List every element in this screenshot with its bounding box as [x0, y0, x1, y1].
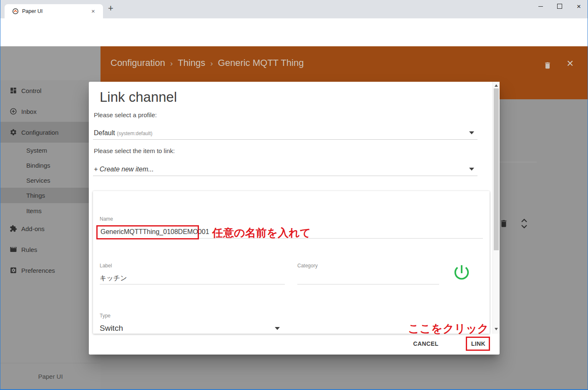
item-dropdown-arrow-icon[interactable] — [469, 168, 474, 171]
category-field-underline — [297, 284, 439, 284]
profile-select-detail: (system:default) — [117, 131, 152, 136]
tab-close-icon[interactable]: × — [91, 8, 95, 15]
item-prompt: Please select the item to link: — [94, 147, 175, 154]
type-select-value[interactable]: Switch — [100, 324, 123, 333]
header-close-icon[interactable]: × — [567, 58, 573, 69]
sidebar-label: Configuration — [21, 129, 58, 136]
power-icon — [452, 263, 471, 282]
sidebar: Control Inbox Configuration System Bindi… — [0, 80, 101, 389]
sidebar-label: Items — [26, 207, 42, 214]
item-select-underline — [93, 176, 477, 176]
tab-title: Paper UI — [22, 8, 43, 14]
sidebar-item-things[interactable]: Things — [0, 188, 101, 203]
link-channel-dialog: Link channel Please select a profile: De… — [89, 82, 500, 355]
label-field-underline — [100, 284, 285, 284]
sidebar-item-system[interactable]: System — [0, 143, 101, 158]
category-field-label: Category — [297, 263, 318, 269]
browser-toolbar: 保護されていない通信 — [0, 18, 588, 33]
sidebar-item-configuration[interactable]: Configuration — [0, 122, 101, 143]
sidebar-label: Add-ons — [21, 225, 45, 232]
preferences-icon — [10, 267, 17, 274]
window-minimize-button[interactable] — [531, 0, 550, 13]
sidebar-label: Preferences — [21, 267, 55, 274]
breadcrumb: Configuration›Things›Generic MQTT Thing — [111, 58, 304, 68]
sidebar-label: Bindings — [26, 162, 50, 169]
profile-dropdown-arrow-icon[interactable] — [469, 131, 474, 134]
sidebar-footer-label: Paper UI — [0, 373, 101, 380]
new-item-card: Name GenericMQTTThing_0108DEMO001 任意の名前を… — [93, 191, 490, 334]
sort-chevrons-icon — [521, 218, 528, 229]
browser-window: Paper UI × + × 保護されていない通信 — [0, 0, 588, 390]
movie-icon — [10, 246, 17, 253]
dashboard-icon — [10, 87, 17, 94]
scrollbar-thumb[interactable] — [494, 88, 499, 250]
item-select[interactable]: + Create new item... — [94, 166, 154, 173]
name-annotation-box — [96, 225, 199, 239]
link-annotation-box — [466, 337, 490, 351]
profile-prompt: Please select a profile: — [94, 111, 157, 118]
sidebar-item-rules[interactable]: Rules — [0, 239, 101, 260]
cancel-button[interactable]: CANCEL — [407, 340, 445, 347]
window-maximize-button[interactable] — [550, 0, 569, 13]
sidebar-label: Inbox — [21, 108, 37, 115]
browser-titlebar: Paper UI × + × — [0, 0, 588, 18]
minimize-icon — [538, 6, 543, 7]
type-dropdown-arrow-icon[interactable] — [275, 327, 280, 330]
maximize-icon — [557, 4, 562, 9]
label-field-label: Label — [100, 263, 112, 269]
breadcrumb-separator: › — [210, 59, 213, 68]
scrollbar-up-arrow[interactable] — [495, 84, 498, 87]
window-close-button[interactable]: × — [569, 0, 588, 13]
breadcrumb-configuration[interactable]: Configuration — [111, 58, 165, 68]
add-circle-icon — [10, 108, 17, 115]
sidebar-item-inbox[interactable]: Inbox — [0, 101, 101, 122]
profile-select-value: Default — [94, 129, 115, 136]
profile-select-underline — [93, 139, 477, 140]
new-tab-button[interactable]: + — [108, 3, 113, 14]
sidebar-label: Things — [26, 192, 45, 199]
dialog-title: Link channel — [100, 89, 177, 105]
sidebar-item-bindings[interactable]: Bindings — [0, 158, 101, 173]
click-annotation-text: ここをクリック — [408, 321, 489, 336]
scrollbar-down-arrow[interactable] — [495, 328, 498, 330]
bookmarks-bar: アプリ » — [0, 33, 588, 46]
breadcrumb-things[interactable]: Things — [178, 58, 205, 68]
gear-icon — [10, 128, 17, 136]
sidebar-item-items[interactable]: Items — [0, 203, 101, 218]
breadcrumb-current: Generic MQTT Thing — [218, 58, 304, 68]
sidebar-label: Rules — [21, 246, 37, 253]
name-field-label: Name — [100, 216, 113, 222]
label-field-value[interactable]: キッチン — [100, 274, 127, 283]
sidebar-item-addons[interactable]: Add-ons — [0, 218, 101, 239]
browser-tab[interactable]: Paper UI × — [5, 4, 103, 18]
sidebar-item-control[interactable]: Control — [0, 80, 101, 101]
dialog-scrollbar[interactable] — [493, 82, 500, 334]
sidebar-footer-divider — [0, 363, 101, 363]
openhab-favicon — [12, 8, 19, 15]
breadcrumb-separator: › — [170, 59, 173, 68]
header-trash-icon[interactable] — [543, 61, 552, 70]
sidebar-label: System — [26, 147, 47, 154]
thing-trash-icon — [499, 219, 508, 229]
sidebar-label: Control — [21, 87, 41, 94]
sidebar-item-services[interactable]: Services — [0, 173, 101, 188]
sidebar-item-preferences[interactable]: Preferences — [0, 260, 101, 281]
puzzle-icon — [10, 225, 17, 232]
window-close-icon: × — [577, 3, 581, 10]
type-field-label: Type — [100, 313, 111, 319]
openhab-logo-box: openHAB empowering the smart home — [0, 46, 101, 80]
profile-select[interactable]: Default (system:default) — [94, 129, 153, 137]
sidebar-label: Services — [26, 177, 50, 184]
name-annotation-text: 任意の名前を入れて — [212, 226, 311, 240]
